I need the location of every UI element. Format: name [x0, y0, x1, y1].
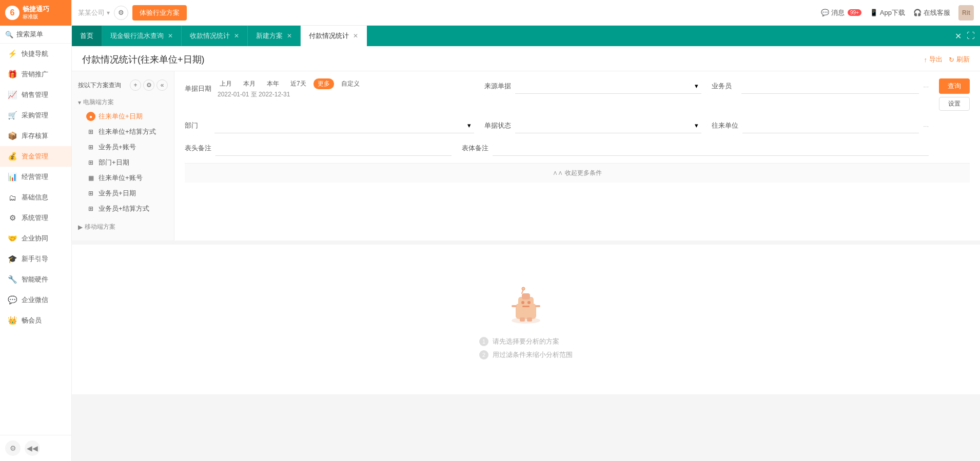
sidebar-item-inventory[interactable]: 📦 库存核算 — [0, 126, 71, 146]
sidebar-item-quick-nav[interactable]: ⚡ 快捷导航 — [0, 44, 71, 64]
date-option-this-month[interactable]: 本月 — [239, 78, 260, 89]
scheme-item-counterparty-date[interactable]: ● 往来单位+日期 — [72, 109, 174, 124]
query-body: 按以下方案查询 + ⚙ « ▾ 电脑端方案 — [72, 71, 980, 240]
sidebar-item-system[interactable]: ⚙ 系统管理 — [0, 208, 71, 228]
scheme-item-counterparty-account[interactable]: ▦ 往来单位+账号 — [72, 170, 174, 186]
search-icon: 🔍 — [5, 31, 13, 38]
table-header-notes-input[interactable] — [215, 141, 452, 156]
table-header-notes-field: 表头备注 — [185, 141, 452, 156]
sidebar-item-guide[interactable]: 🎓 新手引导 — [0, 249, 71, 269]
tab-payment-stats-close-icon[interactable]: ✕ — [353, 33, 358, 39]
tab-maximize-icon[interactable]: ⛶ — [967, 31, 975, 41]
tabs-bar: 首页 现金银行流水查询 ✕ 收款情况统计 ✕ 新建方案 ✕ 付款情况统计 ✕ ✕… — [72, 26, 980, 46]
salesman-input[interactable] — [741, 78, 919, 94]
page-header: 付款情况统计(往来单位+日期) ↑ 导出 ↻ 刷新 — [72, 46, 980, 71]
sidebar-bottom: ⚙ ◀◀ — [0, 435, 71, 461]
sidebar-item-purchase[interactable]: 🛒 采购管理 — [0, 105, 71, 126]
system-icon: ⚙ — [7, 213, 17, 223]
mobile-section-arrow-icon: ▶ — [78, 224, 83, 231]
sidebar-item-member[interactable]: 👑 畅会员 — [0, 310, 71, 331]
logo-icon: 6 — [5, 6, 19, 20]
tab-home-label: 首页 — [80, 31, 93, 41]
app-download-action[interactable]: 📱 App下载 — [870, 8, 905, 17]
svg-rect-9 — [520, 317, 525, 322]
tab-close-all-icon[interactable]: ✕ — [955, 31, 962, 41]
avatar[interactable]: Rit — [958, 5, 974, 21]
source-doc-chevron-icon: ▾ — [695, 82, 698, 90]
search-label: 搜索菜单 — [16, 30, 43, 39]
scheme-item-salesman-account[interactable]: ⊞ 业务员+账号 — [72, 139, 174, 155]
topbar-right: 💬 消息 99+ 📱 App下载 🎧 在线客服 Rit — [821, 5, 974, 21]
trial-btn[interactable]: 体验行业方案 — [132, 5, 187, 21]
sidebar-item-label: 资金管理 — [22, 152, 48, 161]
settings-btn[interactable]: 设置 — [939, 97, 970, 111]
sidebar-item-label: 智能硬件 — [22, 275, 48, 284]
hardware-icon: 🔧 — [7, 274, 17, 285]
sidebar-item-label: 企业微信 — [22, 295, 48, 305]
pc-section-toggle[interactable]: ▾ 电脑端方案 — [72, 96, 174, 109]
scheme-item-grid3-icon: ⊞ — [86, 158, 95, 167]
sidebar-logo: 6 畅捷通巧 标准版 — [0, 0, 71, 26]
tab-receipt-stats-close-icon[interactable]: ✕ — [234, 33, 239, 39]
tab-home[interactable]: 首页 — [72, 26, 102, 46]
date-option-this-year[interactable]: 本年 — [263, 78, 283, 89]
date-option-more[interactable]: 更多 — [313, 78, 334, 89]
add-scheme-btn[interactable]: + — [130, 79, 141, 91]
tab-new-scheme[interactable]: 新建方案 ✕ — [248, 26, 301, 46]
avatar-text: Rit — [962, 9, 970, 16]
sidebar-item-hardware[interactable]: 🔧 智能硬件 — [0, 269, 71, 290]
svg-rect-6 — [522, 306, 530, 307]
sidebar-search[interactable]: 🔍 搜索菜单 — [0, 26, 71, 44]
query-btn[interactable]: 查询 — [939, 78, 970, 94]
counterparty-ellipsis-icon[interactable]: ··· — [923, 122, 929, 130]
date-option-7days[interactable]: 近7天 — [286, 78, 310, 89]
sidebar-item-label: 销售管理 — [22, 90, 48, 99]
online-service-action[interactable]: 🎧 在线客服 — [913, 8, 950, 17]
export-btn[interactable]: ↑ 导出 — [924, 55, 943, 64]
sales-icon: 📈 — [7, 90, 17, 100]
collapse-arrow-icon: ∧∧ — [553, 169, 563, 176]
dept-select[interactable]: ▾ — [214, 118, 474, 133]
svg-rect-10 — [527, 317, 532, 322]
scheme-item-counterparty-settle[interactable]: ⊞ 往来单位+结算方式 — [72, 124, 174, 139]
sidebar-item-enterprise[interactable]: 🤝 企业协同 — [0, 228, 71, 249]
scheme-item-bar-icon: ▦ — [86, 173, 95, 183]
salesman-ellipsis-icon[interactable]: ··· — [923, 83, 929, 90]
download-icon: 📱 — [870, 9, 878, 16]
scheme-item-dept-date[interactable]: ⊞ 部门+日期 — [72, 155, 174, 170]
table-body-notes-input[interactable] — [493, 141, 929, 156]
settings-bottom-btn[interactable]: ⚙ — [5, 440, 21, 456]
counterparty-input[interactable] — [742, 118, 919, 133]
collapse-sidebar-btn[interactable]: ◀◀ — [25, 440, 40, 456]
tab-new-scheme-close-icon[interactable]: ✕ — [287, 33, 292, 39]
message-action[interactable]: 💬 消息 99+ — [821, 8, 861, 17]
sidebar-item-sales[interactable]: 📈 销售管理 — [0, 85, 71, 105]
date-option-custom[interactable]: 自定义 — [337, 78, 364, 89]
sidebar-item-weixin[interactable]: 💬 企业微信 — [0, 290, 71, 310]
mobile-section-toggle[interactable]: ▶ 移动端方案 — [72, 221, 174, 233]
sidebar-item-finance[interactable]: 💰 资金管理 — [0, 146, 71, 167]
tab-receipt-stats[interactable]: 收款情况统计 ✕ — [182, 26, 248, 46]
scheme-item-salesman-date[interactable]: ⊞ 业务员+日期 — [72, 186, 174, 201]
topbar-settings-btn[interactable]: ⚙ — [114, 6, 128, 20]
sidebar-item-marketing[interactable]: 🎁 营销推广 — [0, 64, 71, 85]
sidebar-item-basics[interactable]: 🗂 基础信息 — [0, 187, 71, 208]
tab-cash-flow[interactable]: 现金银行流水查询 ✕ — [102, 26, 182, 46]
date-option-last-month[interactable]: 上月 — [215, 78, 236, 89]
source-doc-select[interactable]: ▾ — [515, 78, 701, 94]
doc-status-select[interactable]: ▾ — [515, 118, 701, 133]
sidebar-item-operation[interactable]: 📊 经营管理 — [0, 167, 71, 187]
company-selector[interactable]: 某某公司 ▾ — [78, 8, 110, 17]
refresh-btn[interactable]: ↻ 刷新 — [949, 55, 970, 64]
tab-payment-stats-label: 付款情况统计 — [309, 31, 349, 41]
tab-payment-stats[interactable]: 付款情况统计 ✕ — [301, 26, 367, 46]
mobile-section-label: 移动端方案 — [85, 223, 115, 231]
tab-cash-flow-close-icon[interactable]: ✕ — [168, 33, 173, 39]
dept-label: 部门 — [185, 121, 210, 130]
collapse-bar[interactable]: ∧∧ 收起更多条件 — [185, 163, 970, 183]
collapse-scheme-btn[interactable]: « — [156, 79, 168, 91]
scheme-item-salesman-settle[interactable]: ⊞ 业务员+结算方式 — [72, 201, 174, 216]
marketing-icon: 🎁 — [7, 69, 17, 79]
scheme-settings-btn[interactable]: ⚙ — [143, 79, 154, 91]
empty-tip-1: 1 请先选择要分析的方案 — [479, 337, 573, 346]
